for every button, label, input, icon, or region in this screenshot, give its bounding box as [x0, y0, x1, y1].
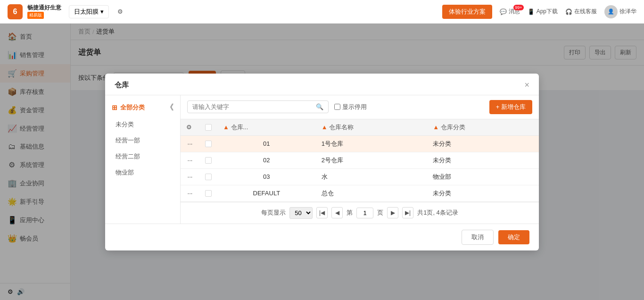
top-header: 6 畅捷通好生意 精易版 日太阳膜 ▾ ⚙ 体验行业方案 💬 消息 99+ 📱 …: [0, 0, 644, 24]
modal-close-button[interactable]: ×: [524, 80, 529, 90]
row-type-0: 未分类: [427, 135, 539, 152]
row-code-0: 01: [217, 135, 316, 152]
row-more-0[interactable]: ···: [181, 135, 199, 152]
service-icon: 🎧: [565, 8, 572, 15]
modal-title: 仓库: [115, 81, 129, 90]
row-code-2: 03: [217, 168, 316, 185]
store-name: 日太阳膜: [74, 8, 99, 16]
row-name-0: 1号仓库: [316, 135, 428, 152]
avatar: 👤: [604, 5, 618, 18]
warehouse-table: ⚙ ▲ 仓库... ▲: [181, 119, 539, 202]
service-label: 在线客服: [574, 8, 597, 16]
trial-button[interactable]: 体验行业方案: [442, 5, 492, 19]
table-body: ··· 01 1号仓库 未分类 ··· 02 2号仓库 未分类 ··· 03 水…: [181, 135, 539, 201]
page-first-button[interactable]: |◀: [316, 207, 328, 218]
show-disabled-label: 显示停用: [342, 103, 367, 111]
app-download-button[interactable]: 📱 App下载: [528, 8, 558, 16]
modal-footer: 取消 确定: [105, 224, 539, 250]
messages-icon: 💬: [500, 8, 507, 15]
pagination-bar: 每页显示 50 |◀ ◀ 第 页 ▶ ▶| 共1页, 4条记录: [181, 202, 539, 224]
row-more-3[interactable]: ···: [181, 185, 199, 201]
table-scroll[interactable]: ⚙ ▲ 仓库... ▲: [181, 119, 539, 202]
app-icon: 📱: [528, 8, 535, 15]
gear-button[interactable]: ⚙: [114, 5, 127, 18]
th-type: ▲ 仓库分类: [427, 119, 539, 136]
page-label: 第: [347, 208, 353, 217]
table-row[interactable]: ··· DEFAULT 总仓 未分类: [181, 185, 539, 201]
row-type-1: 未分类: [427, 152, 539, 168]
show-disabled-checkbox[interactable]: [334, 104, 340, 110]
total-label: 共1页, 4条记录: [417, 208, 458, 217]
username: 徐泽华: [619, 8, 636, 16]
category-items: 未分类经营一部经营二部物业部: [105, 117, 180, 181]
category-item-2[interactable]: 经营二部: [105, 149, 180, 165]
row-name-2: 水: [316, 168, 428, 185]
per-page-label: 每页显示: [261, 208, 286, 217]
search-input-wrap: 🔍: [187, 100, 329, 113]
row-checkbox-1[interactable]: [199, 152, 217, 168]
table-row[interactable]: ··· 03 水 物业部: [181, 168, 539, 185]
select-all-checkbox[interactable]: [205, 124, 212, 131]
table-head: ⚙ ▲ 仓库... ▲: [181, 119, 539, 136]
category-all[interactable]: ⊞ 全部分类 《: [105, 99, 180, 117]
row-checkbox-2[interactable]: [199, 168, 217, 185]
customer-service-button[interactable]: 🎧 在线客服: [565, 8, 597, 16]
page-prev-button[interactable]: ◀: [331, 207, 343, 218]
category-sidebar: ⊞ 全部分类 《 未分类经营一部经营二部物业部: [105, 95, 181, 224]
th-code: ▲ 仓库...: [217, 119, 316, 136]
row-checkbox-0[interactable]: [199, 135, 217, 152]
row-cb-2[interactable]: [205, 174, 212, 180]
row-type-3: 未分类: [427, 185, 539, 201]
table-area: 🔍 显示停用 + 新增仓库 ⚙: [181, 95, 539, 224]
brand-badge: 精易版: [27, 12, 44, 19]
grid-icon: ⊞: [112, 104, 117, 111]
search-input[interactable]: [192, 103, 313, 110]
category-all-label: 全部分类: [120, 103, 145, 112]
th-checkbox: [199, 119, 217, 136]
brand-logo: 6 畅捷通好生意 精易版: [8, 4, 64, 19]
category-item-0[interactable]: 未分类: [105, 117, 180, 133]
page-next-button[interactable]: ▶: [387, 207, 398, 218]
th-gear: ⚙: [181, 119, 199, 136]
messages-badge: 99+: [513, 5, 523, 10]
row-cb-3[interactable]: [205, 190, 212, 197]
row-type-2: 物业部: [427, 168, 539, 185]
category-item-1[interactable]: 经营一部: [105, 133, 180, 149]
table-toolbar: 🔍 显示停用 + 新增仓库: [181, 95, 539, 119]
th-name: ▲ 仓库名称: [316, 119, 428, 136]
show-disabled-wrap: 显示停用: [334, 103, 367, 111]
cancel-button[interactable]: 取消: [462, 230, 494, 245]
brand-icon: 6: [8, 4, 23, 19]
user-profile-button[interactable]: 👤 徐泽华: [604, 5, 636, 18]
new-warehouse-button[interactable]: + 新增仓库: [489, 100, 532, 114]
row-more-1[interactable]: ···: [181, 152, 199, 168]
row-code-3: DEFAULT: [217, 185, 316, 201]
category-item-3[interactable]: 物业部: [105, 165, 180, 181]
modal-overlay: 仓库 × ⊞ 全部分类 《 未分类经营一部经营二部物业部 �: [0, 24, 644, 300]
messages-button[interactable]: 💬 消息 99+: [500, 8, 520, 16]
modal-body: ⊞ 全部分类 《 未分类经营一部经营二部物业部 🔍 显示停用: [105, 95, 539, 224]
search-icon: 🔍: [316, 103, 323, 110]
row-code-1: 02: [217, 152, 316, 168]
page-unit: 页: [377, 208, 383, 217]
collapse-icon[interactable]: 《: [166, 103, 173, 113]
store-selector[interactable]: 日太阳膜 ▾: [69, 5, 109, 18]
modal-header: 仓库 ×: [105, 74, 539, 95]
store-dropdown-icon: ▾: [100, 8, 104, 15]
page-last-button[interactable]: ▶|: [402, 207, 413, 218]
brand-name: 畅捷通好生意: [27, 4, 61, 11]
page-input[interactable]: [356, 208, 373, 218]
table-row[interactable]: ··· 02 2号仓库 未分类: [181, 152, 539, 168]
confirm-button[interactable]: 确定: [498, 230, 529, 244]
row-cb-0[interactable]: [205, 141, 212, 147]
per-page-select[interactable]: 50: [289, 207, 313, 219]
warehouse-modal: 仓库 × ⊞ 全部分类 《 未分类经营一部经营二部物业部 �: [105, 74, 539, 250]
app-label: App下载: [537, 8, 558, 16]
table-row[interactable]: ··· 01 1号仓库 未分类: [181, 135, 539, 152]
row-cb-1[interactable]: [205, 157, 212, 164]
row-name-1: 2号仓库: [316, 152, 428, 168]
row-checkbox-3[interactable]: [199, 185, 217, 201]
header-actions: 体验行业方案 💬 消息 99+ 📱 App下载 🎧 在线客服 👤 徐泽华: [442, 5, 636, 19]
row-more-2[interactable]: ···: [181, 168, 199, 185]
gear-icon: ⚙: [186, 124, 192, 131]
